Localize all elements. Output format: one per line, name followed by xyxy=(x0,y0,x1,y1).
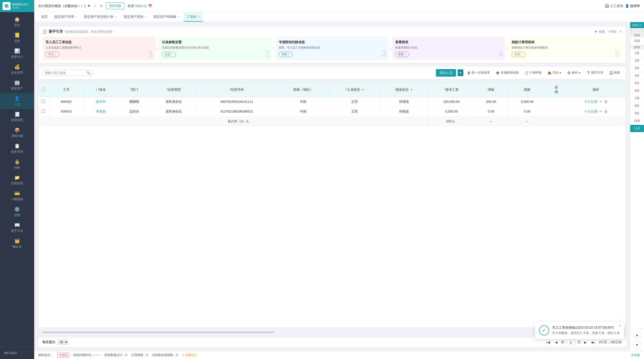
col-operation: 操作 xyxy=(566,83,626,97)
toast-close-btn[interactable]: × xyxy=(619,324,621,328)
calendar-month-12[interactable]: 12月 xyxy=(630,37,644,45)
tab-fixed-category[interactable]: 固定资产类别 × xyxy=(121,13,150,22)
guide-video-link[interactable]: ▶ 视频 xyxy=(595,30,605,34)
calendar-month-7[interactable]: 7月 xyxy=(630,95,644,102)
row-2-checkbox[interactable] xyxy=(42,110,45,113)
sidebar-item-invoice[interactable]: 🧾 发票管理 xyxy=(0,109,34,125)
social-insurance-btn[interactable]: 🏦 统一社保设置 xyxy=(465,70,491,76)
sidebar-item-guide[interactable]: 📖 新手引导 xyxy=(0,220,34,236)
search-input[interactable] xyxy=(45,71,85,75)
newbie-guide-btn[interactable]: ❓ 新手引导 xyxy=(585,70,605,76)
tab-fixed-asset[interactable]: 固定资产管理 × xyxy=(51,13,80,22)
cancel-fixed-button[interactable]: ◀取消固定 xyxy=(2,350,32,356)
guide-step-3-btn[interactable]: 查看＞ xyxy=(279,52,293,57)
guide-step-3-num: 3 xyxy=(381,48,386,59)
tab-payroll-table[interactable]: 工资表 × xyxy=(184,13,203,22)
calendar-up-btn[interactable]: ▲ xyxy=(633,331,641,339)
last-page-btn[interactable]: ▶| xyxy=(590,340,596,345)
calendar-prev-btn[interactable]: ‹ xyxy=(631,29,632,32)
add-employee-button[interactable]: 添加人员 xyxy=(436,69,456,77)
export-btn[interactable]: 📤 导出 ▾ xyxy=(546,70,562,76)
calendar-month-11[interactable]: 11月 xyxy=(630,125,644,132)
row-1-op-link[interactable]: 个人社保 xyxy=(584,100,597,104)
select-all-checkbox[interactable] xyxy=(42,88,45,91)
sidebar-item-expense[interactable]: 💳 小畅报销 xyxy=(0,188,34,204)
tax-report-btn[interactable]: 📋 个税申报 xyxy=(523,70,543,76)
refresh-btn[interactable]: 🔄 刷新 xyxy=(608,70,622,76)
go-auth-link[interactable]: 去充值 xyxy=(631,353,640,357)
next-page-btn[interactable]: ▶ xyxy=(583,340,588,345)
export-dropdown-icon: ▾ xyxy=(559,71,561,75)
row-2-name-link[interactable]: 李俊杰 xyxy=(96,110,106,113)
period-calendar-icon[interactable]: 📅 xyxy=(148,4,152,8)
sidebar-item-report[interactable]: 📊 报表中心 xyxy=(0,46,34,62)
sidebar-item-ledger[interactable]: 📒 总账 xyxy=(0,30,34,46)
page-input[interactable] xyxy=(566,340,575,345)
sidebar-item-sales[interactable]: 📦 进销台账 xyxy=(0,125,34,141)
account-selector[interactable]: 刘小艳演示账套（勿删勿动！）1 ▼ xyxy=(38,4,91,8)
prev-page-btn[interactable]: ◀ xyxy=(553,340,559,345)
sidebar-item-payroll[interactable]: 👤 工资 xyxy=(0,93,34,109)
row-1-checkbox[interactable] xyxy=(42,100,45,103)
calendar-down-btn[interactable]: ▼ xyxy=(633,341,641,349)
sidebar-item-fixed-asset[interactable]: 🏢 固定资产 xyxy=(0,77,34,93)
calendar-month-8[interactable]: 8月 xyxy=(630,102,644,110)
sidebar-item-settings[interactable]: ⚙️ 设置 xyxy=(0,204,34,220)
extra-deduct-label: 专项附加扣除 xyxy=(501,71,519,75)
switch-version-button[interactable]: 切到旧版 xyxy=(106,3,125,9)
row-1-id-num: 360782200104131111 xyxy=(197,97,276,107)
total-records-label: 共1页，2条记录 xyxy=(599,340,622,344)
row-2-edit-icon[interactable]: ✏ xyxy=(599,110,602,113)
add-account-btn[interactable]: ＋ xyxy=(94,4,97,8)
guide-step-5-num: 5 xyxy=(615,48,620,59)
tab-fixed-depreciation[interactable]: 固定资产折旧统计表 × xyxy=(81,13,120,22)
add-employee-dropdown-button[interactable]: ▾ xyxy=(458,69,463,76)
calendar-month-3[interactable]: 3月 xyxy=(630,65,644,72)
settings-account-btn[interactable]: ⚙ xyxy=(100,4,103,8)
user-area[interactable]: 👤 徐泽华 xyxy=(625,4,640,8)
summary-allowance: -- xyxy=(474,116,508,126)
ai-consult-btn[interactable]: 🎧 人工咨询 xyxy=(605,4,623,8)
row-1-edit-icon[interactable]: ✏ xyxy=(599,100,602,104)
tab-home[interactable]: 首页 xyxy=(38,13,51,22)
main-content: 刘小艳演示账套（勿删勿动！）1 ▼ ＋ ⚙ 切到旧版 账期 2023-11 📅 … xyxy=(34,0,644,359)
extra-deduct-btn[interactable]: ➕ 专项附加扣除 xyxy=(494,70,520,76)
guide-step-4-btn[interactable]: 查看＞ xyxy=(395,52,409,57)
sidebar-item-home[interactable]: 🏠 首页 xyxy=(0,14,34,30)
archive-icon: 📁 xyxy=(14,175,20,180)
calendar-next-btn[interactable]: › xyxy=(642,29,643,32)
search-box: 🔍 xyxy=(43,70,93,76)
guide-step-5-btn[interactable]: 查看＞ xyxy=(512,52,526,57)
calendar-month-4[interactable]: 4月 xyxy=(630,72,644,80)
tab-payroll-close[interactable]: × xyxy=(197,15,200,19)
guide-step-1-btn[interactable]: 导入＞ xyxy=(46,52,59,57)
calendar-month-1[interactable]: 1月 xyxy=(630,49,644,57)
row-1-delete-icon[interactable]: 🗑 xyxy=(604,100,608,104)
guide-step-2-btn[interactable]: 设置＞ xyxy=(162,52,176,57)
sidebar-item-tax[interactable]: 📋 税务管理 xyxy=(0,141,34,157)
tab-fixed-detail[interactable]: 固定资产明细账 × xyxy=(150,13,183,22)
per-page-select[interactable]: 10 20 50 xyxy=(57,339,68,345)
operation-btn[interactable]: ⚙️ 操作 ▾ xyxy=(566,70,582,76)
sidebar-item-archive[interactable]: 📁 归档管理 xyxy=(0,172,34,188)
sidebar-item-close[interactable]: 🔒 结账 xyxy=(0,157,34,172)
calendar-month-5[interactable]: 5月 xyxy=(630,80,644,87)
guide-help-link[interactable]: ? 帮助 xyxy=(608,30,616,34)
tab-fixed-category-close[interactable]: × xyxy=(144,15,147,19)
tab-fixed-depreciation-close[interactable]: × xyxy=(114,15,117,19)
row-2-delete-icon[interactable]: 🗑 xyxy=(604,110,608,113)
calendar-month-2[interactable]: 2月 xyxy=(630,57,644,65)
sidebar-item-fund[interactable]: 💰 资金管理 xyxy=(0,62,34,77)
row-2-op-link[interactable]: 个人社保 xyxy=(584,110,597,113)
row-1-name-link[interactable]: 徐泽华 xyxy=(96,100,106,104)
first-page-btn[interactable]: |◀ xyxy=(545,340,551,345)
tab-fixed-detail-close[interactable]: × xyxy=(177,15,180,19)
tab-fixed-asset-close[interactable]: × xyxy=(75,15,77,19)
calendar-month-10[interactable]: 10月 xyxy=(630,117,644,125)
sidebar-item-vip[interactable]: 👑 畅会员 xyxy=(0,236,34,251)
calendar-month-9[interactable]: 9月 xyxy=(630,110,644,117)
row-1-calc xyxy=(547,97,566,107)
guide-close-btn[interactable]: × xyxy=(619,29,622,34)
calendar-month-6[interactable]: 6月 xyxy=(630,87,644,95)
total-auth-label: 授权数量总计：0 xyxy=(104,353,127,357)
